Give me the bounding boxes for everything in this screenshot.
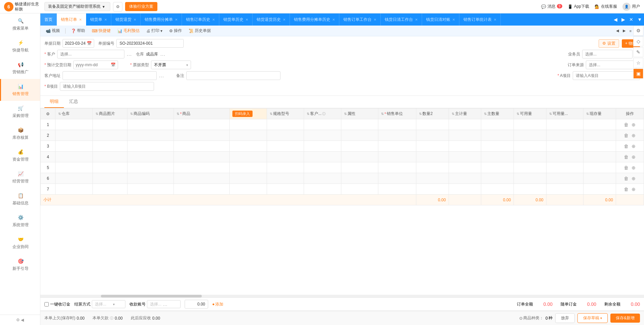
tab-refund-history[interactable]: 销货退货历史 ✕ [253, 13, 290, 26]
th-warehouse[interactable]: ⇅仓库 [55, 109, 93, 119]
payment-method-select[interactable]: 选择... ▾ [92, 300, 125, 308]
scroll-track[interactable] [40, 295, 644, 297]
row1-product-img[interactable] [92, 119, 127, 130]
row2-delete-btn[interactable]: 🗑 [623, 132, 629, 138]
right-btn-4[interactable]: ☆ [633, 58, 643, 68]
settings-icon-button[interactable]: ⚙ [113, 2, 122, 11]
sidebar-item-base-info[interactable]: 📋 基础信息 [0, 188, 40, 210]
help-btn[interactable]: ❓ 帮助 [70, 27, 86, 34]
online-service-btn[interactable]: 💁 在线客服 [595, 4, 617, 9]
customer-input[interactable] [57, 50, 124, 58]
tab-next-btn[interactable]: ▶ [619, 13, 627, 26]
table-settings-icon[interactable]: ⚙ [46, 112, 50, 116]
row4-qty2[interactable] [416, 152, 449, 162]
row3-copy-btn[interactable]: ⊕ [631, 143, 637, 149]
one-click-checkbox[interactable] [44, 302, 49, 307]
row1-available2[interactable] [546, 119, 583, 130]
th-stock[interactable]: ⇅现存量 [583, 109, 616, 119]
save-draft-button[interactable]: 保存草稿 ▾ [577, 313, 608, 323]
row2-product[interactable] [174, 130, 230, 141]
row2-product-img[interactable] [92, 130, 127, 141]
row7-warehouse[interactable] [55, 184, 93, 195]
row5-attribute[interactable] [341, 162, 378, 173]
row4-warehouse[interactable] [55, 152, 93, 162]
tab-sales-refund[interactable]: 销货退货 ✕ [111, 13, 141, 26]
row1-delete-btn[interactable]: 🗑 [623, 122, 629, 128]
row5-unit[interactable] [378, 162, 416, 173]
row2-main-unit[interactable] [449, 130, 481, 141]
view-btn[interactable]: 📹 视频 [44, 27, 61, 34]
row6-spec[interactable] [267, 173, 304, 184]
table-wrapper[interactable]: ⚙ ⇅仓库 ⇅商品图片 ⇅商品编码 ⇅*商品 扫码录入 [40, 108, 644, 295]
history-btn[interactable]: 📜 历史单据 [187, 27, 212, 34]
remarks-input[interactable] [186, 71, 280, 80]
scroll-thumb[interactable] [101, 295, 202, 297]
th-product[interactable]: ⇅*商品 [174, 109, 230, 119]
row2-copy-btn[interactable]: ⊕ [631, 132, 637, 138]
tab-sales-stats-close[interactable]: ✕ [494, 18, 496, 22]
row6-warehouse[interactable] [55, 173, 93, 184]
row4-customer-code[interactable] [304, 152, 341, 162]
row3-available[interactable] [514, 141, 546, 152]
sidebar-item-finance[interactable]: 💰 资金管理 [0, 145, 40, 166]
row7-spec[interactable] [267, 184, 304, 195]
row2-available2[interactable] [546, 130, 583, 141]
tab-expense-history-close[interactable]: ✕ [332, 18, 335, 22]
row1-available[interactable] [514, 119, 546, 130]
row1-customer-code[interactable] [304, 119, 341, 130]
th-available2[interactable]: ⇅可用量... [546, 109, 583, 119]
th-customer-code[interactable]: ⇅客户...ⓘ [304, 109, 341, 119]
row5-stock[interactable] [583, 162, 616, 173]
single-date-input-wrapper[interactable]: 2023-03-24 📅 [63, 39, 94, 48]
row4-product[interactable] [174, 152, 230, 162]
row4-copy-btn[interactable]: ⊕ [631, 154, 637, 160]
row6-stock[interactable] [583, 173, 616, 184]
row6-customer-code[interactable] [304, 173, 341, 184]
row1-main-qty[interactable] [481, 119, 514, 130]
row1-warehouse[interactable] [55, 119, 93, 130]
tab-sales-return-history[interactable]: 销货单历史 ✕ [219, 13, 253, 26]
save-new-button[interactable]: 保存&新增 [610, 314, 640, 323]
row3-unit[interactable] [378, 141, 416, 152]
order-source-input[interactable] [586, 60, 636, 69]
th-available[interactable]: ⇅可用量 [514, 109, 546, 119]
row7-copy-btn[interactable]: ⊕ [631, 186, 637, 192]
tab-sales-return-history-close[interactable]: ✕ [245, 18, 248, 22]
row1-main-unit[interactable] [449, 119, 481, 130]
message-btn[interactable]: 💬 消息 9 [541, 4, 562, 9]
tab-home[interactable]: 首页 [40, 13, 57, 26]
tab-cash-reconcile-close[interactable]: ✕ [452, 18, 455, 22]
solution-button[interactable]: 体验行业方案 [125, 2, 157, 11]
customer-address-input[interactable] [63, 71, 157, 80]
row2-stock[interactable] [583, 130, 616, 141]
tab-sales-expense-close[interactable]: ✕ [175, 18, 178, 22]
row2-available[interactable] [514, 130, 546, 141]
tab-refund-history-close[interactable]: ✕ [283, 18, 286, 22]
tab-cash-daily-close[interactable]: ✕ [415, 18, 418, 22]
row2-main-qty[interactable] [481, 130, 514, 141]
row5-main-qty[interactable] [481, 162, 514, 173]
tab-expense-history[interactable]: 销售费用分摊单历史 ✕ [290, 13, 339, 26]
row5-copy-btn[interactable]: ⊕ [631, 165, 637, 171]
row2-product-code[interactable] [127, 130, 174, 141]
right-btn-2[interactable]: ◇ [633, 36, 643, 46]
user-area[interactable]: 👤 用户 [622, 3, 640, 11]
row6-product-code[interactable] [127, 173, 174, 184]
right-btn-3[interactable]: ✎ [633, 47, 643, 57]
sidebar-item-cooperation[interactable]: 🤝 企业协同 [0, 232, 40, 254]
detail-tab-summary[interactable]: 汇总 [64, 96, 83, 108]
row7-product-code[interactable] [127, 184, 174, 195]
row2-customer-code[interactable] [304, 130, 341, 141]
sidebar-item-quick-nav[interactable]: ⚡ 快捷导航 [0, 35, 40, 57]
row7-product[interactable] [174, 184, 230, 195]
row1-unit[interactable] [378, 119, 416, 130]
app-download-btn[interactable]: 📱 App下载 [568, 4, 589, 9]
row6-product-img[interactable] [92, 173, 127, 184]
delivery-date-input[interactable] [76, 63, 109, 67]
row1-qty2[interactable] [416, 119, 449, 130]
discard-button[interactable]: 放弃 [555, 313, 575, 323]
row1-spec[interactable] [267, 119, 304, 130]
sidebar-collapse-button[interactable]: ⚙ ◀ [0, 315, 40, 325]
tab-sales-expense[interactable]: 销售费用分摊单 ✕ [141, 13, 182, 26]
row1-copy-btn[interactable]: ⊕ [631, 122, 637, 128]
